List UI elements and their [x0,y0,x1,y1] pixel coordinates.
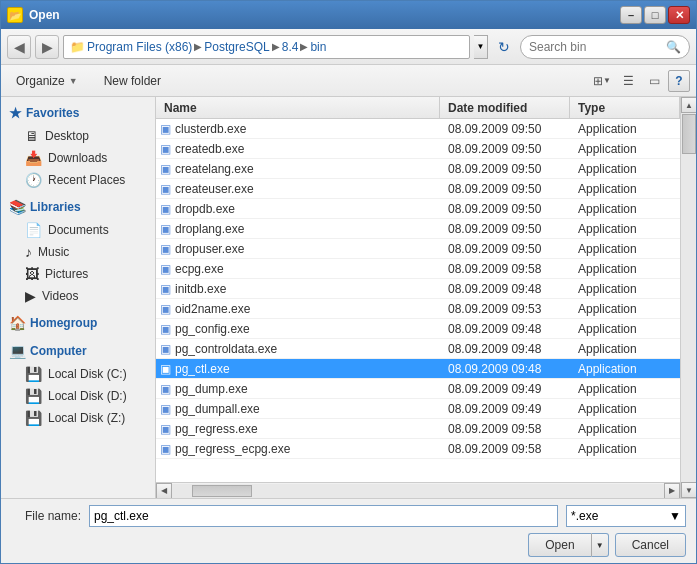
maximize-button[interactable]: □ [644,6,666,24]
filetype-dropdown-icon: ▼ [669,509,681,523]
help-button[interactable]: ? [668,70,690,92]
table-row[interactable]: ▣ clusterdb.exe 08.09.2009 09:50 Applica… [156,119,680,139]
search-icon: 🔍 [666,40,681,54]
preview-button[interactable]: ▭ [642,69,666,93]
address-dropdown-button[interactable]: ▼ [474,35,488,59]
sidebar-item-videos[interactable]: ▶ Videos [1,285,155,307]
back-button[interactable]: ◀ [7,35,31,59]
file-type-cell: Application [570,422,680,436]
exe-icon: ▣ [160,182,171,196]
views-button[interactable]: ⊞ ▼ [590,69,614,93]
desktop-label: Desktop [45,129,89,143]
file-date-cell: 08.09.2009 09:58 [440,262,570,276]
title-controls: – □ ✕ [620,6,690,24]
close-button[interactable]: ✕ [668,6,690,24]
filename-input[interactable] [89,505,558,527]
sidebar-item-music[interactable]: ♪ Music [1,241,155,263]
list-view-button[interactable]: ☰ [616,69,640,93]
sidebar-item-drive-c[interactable]: 💾 Local Disk (C:) [1,363,155,385]
file-list[interactable]: ▣ clusterdb.exe 08.09.2009 09:50 Applica… [156,119,680,482]
table-row[interactable]: ▣ pg_controldata.exe 08.09.2009 09:48 Ap… [156,339,680,359]
horizontal-scrollbar[interactable]: ◀ ▶ [156,482,680,498]
drive-d-icon: 💾 [25,388,42,404]
table-row[interactable]: ▣ oid2name.exe 08.09.2009 09:53 Applicat… [156,299,680,319]
file-type-cell: Application [570,242,680,256]
table-row[interactable]: ▣ createuser.exe 08.09.2009 09:50 Applic… [156,179,680,199]
address-bar[interactable]: 📁 Program Files (x86) ▶ PostgreSQL ▶ 8.4… [63,35,470,59]
refresh-button[interactable]: ↻ [492,35,516,59]
type-column-header[interactable]: Type [570,97,680,118]
file-type-cell: Application [570,382,680,396]
table-row[interactable]: ▣ pg_config.exe 08.09.2009 09:48 Applica… [156,319,680,339]
title-bar: 📂 Open – □ ✕ [1,1,696,29]
file-date-cell: 08.09.2009 09:48 [440,322,570,336]
scroll-up-button[interactable]: ▲ [681,97,696,113]
file-name-text: pg_regress.exe [175,422,258,436]
sidebar-item-recent-places[interactable]: 🕐 Recent Places [1,169,155,191]
date-column-header[interactable]: Date modified [440,97,570,118]
homegroup-header[interactable]: 🏠 Homegroup [1,311,155,335]
h-scroll-left[interactable]: ◀ [156,483,172,499]
table-row[interactable]: ▣ ecpg.exe 08.09.2009 09:58 Application [156,259,680,279]
sidebar-item-desktop[interactable]: 🖥 Desktop [1,125,155,147]
table-row[interactable]: ▣ dropuser.exe 08.09.2009 09:50 Applicat… [156,239,680,259]
table-row[interactable]: ▣ createdb.exe 08.09.2009 09:50 Applicat… [156,139,680,159]
file-name-text: createdb.exe [175,142,244,156]
file-name-cell: ▣ pg_controldata.exe [156,342,440,356]
libraries-header[interactable]: 📚 Libraries [1,195,155,219]
favorites-header[interactable]: ★ Favorites [1,101,155,125]
drive-z-label: Local Disk (Z:) [48,411,125,425]
file-type-cell: Application [570,122,680,136]
sidebar-item-documents[interactable]: 📄 Documents [1,219,155,241]
sidebar-item-drive-z[interactable]: 💾 Local Disk (Z:) [1,407,155,429]
folder-icon: 📁 [70,40,85,54]
table-row[interactable]: ▣ createlang.exe 08.09.2009 09:50 Applic… [156,159,680,179]
sidebar-item-downloads[interactable]: 📥 Downloads [1,147,155,169]
open-button[interactable]: Open [528,533,590,557]
breadcrumb-postgresql[interactable]: PostgreSQL [204,40,269,54]
h-scroll-track [172,484,664,498]
exe-icon: ▣ [160,202,171,216]
file-name-text: oid2name.exe [175,302,250,316]
file-name-cell: ▣ dropuser.exe [156,242,440,256]
file-name-text: initdb.exe [175,282,226,296]
table-row[interactable]: ▣ droplang.exe 08.09.2009 09:50 Applicat… [156,219,680,239]
h-scroll-right[interactable]: ▶ [664,483,680,499]
table-row[interactable]: ▣ pg_regress_ecpg.exe 08.09.2009 09:58 A… [156,439,680,459]
file-type-cell: Application [570,262,680,276]
table-row[interactable]: ▣ dropdb.exe 08.09.2009 09:50 Applicatio… [156,199,680,219]
computer-header[interactable]: 💻 Computer [1,339,155,363]
new-folder-button[interactable]: New folder [95,69,170,93]
table-row[interactable]: ▣ pg_dumpall.exe 08.09.2009 09:49 Applic… [156,399,680,419]
scroll-thumb[interactable] [682,114,696,154]
desktop-icon: 🖥 [25,128,39,144]
sidebar-item-drive-d[interactable]: 💾 Local Disk (D:) [1,385,155,407]
organize-button[interactable]: Organize ▼ [7,69,87,93]
table-row[interactable]: ▣ initdb.exe 08.09.2009 09:48 Applicatio… [156,279,680,299]
computer-label: Computer [30,344,87,358]
h-scroll-thumb[interactable] [192,485,252,497]
drive-c-label: Local Disk (C:) [48,367,127,381]
filetype-dropdown[interactable]: *.exe ▼ [566,505,686,527]
scroll-down-button[interactable]: ▼ [681,482,696,498]
exe-icon: ▣ [160,442,171,456]
sidebar-item-pictures[interactable]: 🖼 Pictures [1,263,155,285]
open-button-group: Open ▼ [528,533,608,557]
computer-icon: 💻 [9,343,26,359]
breadcrumb-bin[interactable]: bin [310,40,326,54]
forward-button[interactable]: ▶ [35,35,59,59]
breadcrumb-version[interactable]: 8.4 [282,40,299,54]
file-name-text: dropuser.exe [175,242,244,256]
name-column-header[interactable]: Name [156,97,440,118]
minimize-button[interactable]: – [620,6,642,24]
file-date-cell: 08.09.2009 09:50 [440,242,570,256]
table-row[interactable]: ▣ pg_regress.exe 08.09.2009 09:58 Applic… [156,419,680,439]
table-row[interactable]: ▣ pg_dump.exe 08.09.2009 09:49 Applicati… [156,379,680,399]
open-dropdown-button[interactable]: ▼ [591,533,609,557]
search-box[interactable]: 🔍 [520,35,690,59]
cancel-button[interactable]: Cancel [615,533,686,557]
table-row[interactable]: ▣ pg_ctl.exe 08.09.2009 09:48 Applicatio… [156,359,680,379]
search-input[interactable] [529,40,662,54]
breadcrumb-program-files[interactable]: 📁 Program Files (x86) [70,40,192,54]
file-type-cell: Application [570,182,680,196]
